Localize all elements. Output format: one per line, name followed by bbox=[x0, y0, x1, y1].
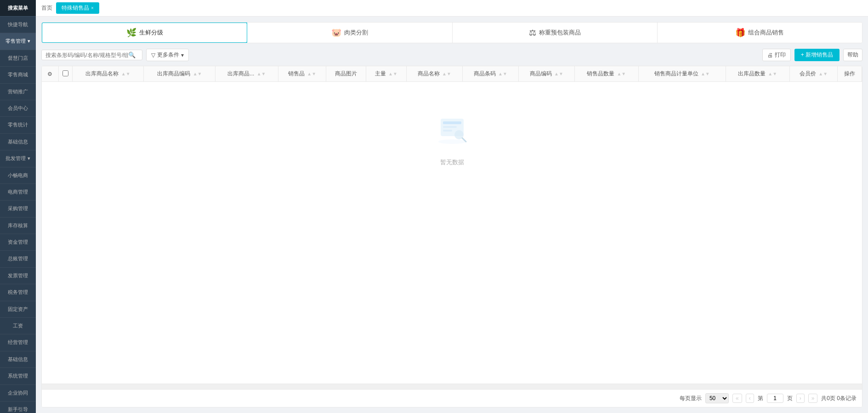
sidebar-item-operations-mgmt[interactable]: 经营管理 bbox=[0, 334, 36, 351]
sidebar-item-enterprise-collab[interactable]: 企业协同 bbox=[0, 385, 36, 402]
sort-arrows-main-qty: ▲▼ bbox=[388, 72, 397, 76]
col-gear[interactable]: ⚙ bbox=[42, 66, 58, 82]
sidebar-item-retail-mall[interactable]: 零售商城 bbox=[0, 67, 36, 83]
sidebar-item-fixed-assets[interactable]: 固定资产 bbox=[0, 301, 36, 318]
page-label: 第 bbox=[758, 395, 763, 402]
horizontal-scrollbar[interactable] bbox=[42, 384, 862, 389]
sidebar-item-smart-store[interactable]: 督慧门店 bbox=[0, 50, 36, 67]
col-member-price[interactable]: 会员价 ▲▼ bbox=[789, 66, 838, 82]
topbar: 首页 特殊销售品 × bbox=[36, 0, 868, 17]
sidebar-item-retail-stats[interactable]: 零售统计 bbox=[0, 117, 36, 133]
sort-arrows-out-extra: ▲▼ bbox=[257, 72, 266, 76]
col-main-qty[interactable]: 主量 ▲▼ bbox=[366, 66, 406, 82]
subtab-combo-sales[interactable]: 🎁 组合商品销售 bbox=[658, 23, 862, 43]
first-page-button[interactable]: « bbox=[732, 394, 742, 403]
col-sale-qty[interactable]: 销售品数量 ▲▼ bbox=[574, 66, 638, 82]
sidebar-item-quick-nav[interactable]: 快捷导航 bbox=[0, 17, 36, 33]
sidebar-item-inventory[interactable]: 库存核算 bbox=[0, 218, 36, 234]
filter-button[interactable]: ▽ 更多条件 ▾ bbox=[146, 49, 189, 61]
content-area: 🌿 生鲜分级 🐷 肉类分割 ⚖ 称重预包装商品 🎁 组合商品销售 🔍 bbox=[36, 17, 868, 413]
sort-arrows-sale-item: ▲▼ bbox=[307, 72, 316, 76]
sidebar-item-invoice-mgmt[interactable]: 发票管理 bbox=[0, 268, 36, 284]
page-size-select[interactable]: 50 10 20 100 bbox=[705, 393, 729, 403]
sort-arrows-out-name: ▲▼ bbox=[121, 72, 130, 76]
sidebar-item-basic-info-2[interactable]: 基础信息 bbox=[0, 351, 36, 368]
sidebar-item-newbie-guide[interactable]: 新手引导 bbox=[0, 402, 36, 413]
combo-icon: 🎁 bbox=[735, 28, 745, 38]
subtabs-row: 🌿 生鲜分级 🐷 肉类分割 ⚖ 称重预包装商品 🎁 组合商品销售 bbox=[41, 22, 862, 43]
svg-rect-2 bbox=[443, 121, 461, 124]
svg-rect-4 bbox=[443, 130, 452, 132]
sort-arrows-out-qty: ▲▼ bbox=[768, 72, 777, 76]
sidebar-item-basic-info-1[interactable]: 基础信息 bbox=[0, 134, 36, 150]
table-scroll[interactable]: ⚙ 出库商品名称 ▲▼ 出库商品编码 ▲▼ bbox=[42, 66, 862, 384]
filter-icon: ▽ bbox=[151, 52, 155, 58]
col-action: 操作 bbox=[838, 66, 862, 82]
add-sale-item-button[interactable]: + 新增销售品 bbox=[794, 49, 840, 61]
subtab-fresh-grade[interactable]: 🌿 生鲜分级 bbox=[41, 22, 248, 43]
col-image: 商品图片 bbox=[326, 66, 366, 82]
col-sale-item[interactable]: 销售品 ▲▼ bbox=[278, 66, 326, 82]
col-out-qty[interactable]: 出库品数量 ▲▼ bbox=[726, 66, 789, 82]
page-input[interactable] bbox=[767, 394, 783, 403]
sidebar-item-retail-mgmt[interactable]: 零售管理 ▾ bbox=[0, 33, 36, 50]
main-content: 首页 特殊销售品 × 🌿 生鲜分级 🐷 肉类分割 ⚖ 称重预包装商品 🎁 组合商… bbox=[36, 0, 868, 413]
page-suffix: 页 bbox=[787, 395, 793, 402]
next-page-button[interactable]: › bbox=[796, 394, 805, 403]
total-info: 共0页 0条记录 bbox=[821, 395, 857, 402]
col-unit[interactable]: 销售商品计量单位 ▲▼ bbox=[638, 66, 726, 82]
toolbar-right: 🖨 打印 + 新增销售品 帮助 bbox=[762, 49, 862, 61]
sidebar-logo[interactable]: 搜索菜单 bbox=[0, 0, 36, 17]
col-checkbox[interactable] bbox=[58, 66, 72, 82]
empty-text: 暂无数据 bbox=[440, 158, 464, 166]
toolbar-left: 🔍 ▽ 更多条件 ▾ bbox=[41, 49, 189, 61]
filter-arrow-icon: ▾ bbox=[181, 52, 184, 58]
sidebar-item-small-畅[interactable]: 小畅电商 bbox=[0, 167, 36, 184]
sidebar-item-salary[interactable]: 工资 bbox=[0, 318, 36, 334]
sort-arrows-sale-qty: ▲▼ bbox=[617, 72, 626, 76]
search-input[interactable] bbox=[45, 52, 128, 58]
weigh-icon: ⚖ bbox=[529, 28, 536, 38]
sidebar-item-general-ledger[interactable]: 总账管理 bbox=[0, 251, 36, 267]
last-page-button[interactable]: » bbox=[808, 394, 818, 403]
select-all-checkbox[interactable] bbox=[62, 70, 68, 76]
fresh-grade-icon: 🌿 bbox=[126, 28, 136, 38]
col-out-name[interactable]: 出库商品名称 ▲▼ bbox=[72, 66, 144, 82]
chevron-down-icon: ▾ bbox=[28, 155, 30, 161]
gear-icon: ⚙ bbox=[47, 71, 52, 77]
subtab-meat-cut[interactable]: 🐷 肉类分割 bbox=[247, 23, 452, 43]
help-button[interactable]: 帮助 bbox=[843, 49, 862, 61]
sort-arrows-name: ▲▼ bbox=[442, 72, 451, 76]
col-barcode[interactable]: 商品条码 ▲▼ bbox=[462, 66, 518, 82]
print-button[interactable]: 🖨 打印 bbox=[762, 49, 791, 61]
toolbar: 🔍 ▽ 更多条件 ▾ 🖨 打印 + 新增销售品 帮助 bbox=[41, 49, 862, 61]
tab-close-icon[interactable]: × bbox=[91, 6, 94, 11]
active-tab[interactable]: 特殊销售品 × bbox=[56, 2, 99, 14]
data-table: ⚙ 出库商品名称 ▲▼ 出库商品编码 ▲▼ bbox=[42, 66, 862, 82]
sidebar-item-wholesale-mgmt[interactable]: 批发管理 ▾ bbox=[0, 150, 36, 167]
sidebar-item-ecommerce-mgmt[interactable]: 电商管理 bbox=[0, 184, 36, 201]
prev-page-button[interactable]: ‹ bbox=[746, 394, 754, 403]
sidebar-item-tax-mgmt[interactable]: 税务管理 bbox=[0, 284, 36, 301]
svg-point-0 bbox=[438, 139, 466, 144]
col-name[interactable]: 商品名称 ▲▼ bbox=[406, 66, 462, 82]
sidebar-item-member[interactable]: 会员中心 bbox=[0, 100, 36, 117]
sidebar-item-system-mgmt[interactable]: 系统管理 bbox=[0, 368, 36, 384]
col-code[interactable]: 商品编码 ▲▼ bbox=[518, 66, 574, 82]
search-box[interactable]: 🔍 bbox=[41, 50, 142, 60]
sidebar-item-purchase-mgmt[interactable]: 采购管理 bbox=[0, 201, 36, 217]
print-icon: 🖨 bbox=[767, 52, 773, 58]
empty-icon bbox=[434, 109, 471, 153]
home-link[interactable]: 首页 bbox=[41, 4, 52, 12]
sort-arrows-code: ▲▼ bbox=[554, 72, 563, 76]
search-icon[interactable]: 🔍 bbox=[128, 52, 136, 58]
table-container: ⚙ 出库商品名称 ▲▼ 出库商品编码 ▲▼ bbox=[41, 66, 862, 407]
sort-arrows-barcode: ▲▼ bbox=[498, 72, 507, 76]
col-out-extra[interactable]: 出库商品... ▲▼ bbox=[216, 66, 278, 82]
sidebar-item-finance[interactable]: 资金管理 bbox=[0, 234, 36, 251]
subtab-weigh-prepack[interactable]: ⚖ 称重预包装商品 bbox=[453, 23, 658, 43]
sort-arrows-member-price: ▲▼ bbox=[818, 72, 828, 76]
chevron-down-icon: ▾ bbox=[28, 38, 30, 44]
col-out-code[interactable]: 出库商品编码 ▲▼ bbox=[144, 66, 216, 82]
sidebar-item-marketing[interactable]: 营销推广 bbox=[0, 84, 36, 100]
